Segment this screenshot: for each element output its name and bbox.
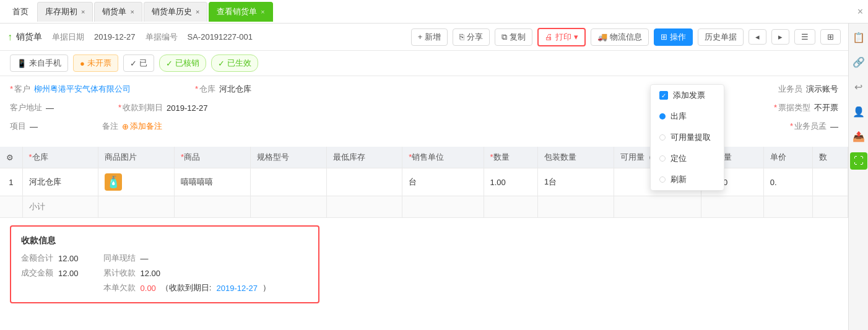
main-container: ↑ 销货单 单据日期 2019-12-27 单据编号 SA-20191227-0… (0, 24, 868, 330)
outbound-radio (659, 113, 666, 119)
cumulative-value: 12.00 (141, 269, 161, 278)
tab-home[interactable]: 首页 (5, 2, 36, 22)
sidebar-icon-2[interactable]: 🔗 (850, 53, 867, 71)
dropdown-outbound[interactable]: 出库 (651, 106, 724, 127)
from-phone-button[interactable]: 📱 来自手机 (10, 54, 68, 72)
dropdown-add-invoice[interactable]: ✓ 添加发票 (651, 85, 724, 106)
logistics-button[interactable]: 🚚 物流信息 (591, 28, 649, 46)
total-value: 12.00 (58, 254, 79, 263)
overdue-date: 2019-12-27 (216, 284, 258, 293)
effective-button[interactable]: ✓ 已生效 (211, 54, 258, 72)
tab-history-close[interactable]: × (196, 8, 199, 15)
transaction-value: 12.00 (58, 269, 79, 278)
add-remark-button[interactable]: ⊕ 添加备注 (122, 121, 162, 132)
operations-icon: ⊞ (661, 32, 667, 41)
row-amount (812, 168, 848, 196)
transaction-row: 成交金额 12.00 (21, 267, 79, 279)
subtotal-min-stock (326, 196, 402, 218)
dropdown-available[interactable]: 可用量提取 (651, 127, 724, 148)
subtotal-label (0, 196, 22, 218)
tab-inventory-init[interactable]: 库存期初 × (37, 2, 93, 22)
col-min-stock: 最低库存 (326, 147, 402, 168)
payment-date-value: 2019-12-27 (167, 103, 208, 113)
print-dropdown-icon: ▾ (574, 32, 578, 41)
copy-button[interactable]: ⧉ 复制 (495, 28, 532, 46)
sidebar-icon-3[interactable]: ↩ (850, 78, 867, 95)
share-label: 分享 (467, 32, 483, 43)
effective-icon: ✓ (218, 59, 225, 68)
address-value: — (46, 103, 54, 113)
doc-title: ↑ 销货单 (7, 32, 42, 43)
settings-icon[interactable]: ⚙ (6, 153, 14, 162)
tab-inventory-label: 库存期初 (45, 6, 77, 17)
tab-sales-order[interactable]: 销货单 × (94, 2, 142, 22)
from-phone-label: 来自手机 (29, 58, 61, 69)
operations-button[interactable]: ⊞ 操作 (654, 28, 693, 46)
tab-sales-close[interactable]: × (130, 8, 134, 15)
logistics-label: 物流信息 (610, 32, 642, 43)
warehouse-value: 河北仓库 (219, 84, 251, 95)
available-label: 可用量提取 (671, 132, 711, 143)
print-button[interactable]: 🖨 打印 ▾ (537, 28, 586, 46)
cancelled-button[interactable]: ✓ 已核销 (159, 54, 206, 72)
product-thumb-icon: 🧴 (106, 175, 120, 189)
payment-date-field: 收款到期日 2019-12-27 (118, 102, 208, 113)
next-button[interactable]: ▸ (771, 29, 789, 45)
doc-meta: 单据日期 2019-12-27 单据编号 SA-20191227-001 (52, 32, 253, 43)
overdue-end: ） (263, 282, 271, 293)
share-icon: ⎘ (459, 32, 464, 41)
total-label: 金额合计 (21, 253, 53, 264)
window-close-button[interactable]: × (857, 6, 863, 17)
biz-staff-value: — (830, 122, 838, 131)
date-label: 单据日期 (52, 32, 84, 43)
dropdown-locate[interactable]: 定位 (651, 148, 724, 169)
product-thumbnail: 🧴 (105, 173, 122, 191)
doc-actions: + 新增 ⎘ 分享 ⧉ 复制 🖨 打印 ▾ 🚚 (411, 28, 841, 46)
add-remark-label: 添加备注 (130, 121, 162, 132)
col-pkg-qty: 包装数量 (538, 147, 614, 168)
subtotal-avail (614, 196, 701, 218)
tab-view-sales[interactable]: 查看销货单 × (209, 2, 272, 22)
dropdown-refresh[interactable]: 刷新 (651, 169, 724, 190)
locate-radio (659, 155, 666, 162)
row-spec (250, 168, 326, 196)
content-area: ↑ 销货单 单据日期 2019-12-27 单据编号 SA-20191227-0… (0, 24, 848, 330)
row-price: 0. (763, 168, 812, 196)
subtotal-row: 小计 (0, 196, 848, 218)
toolbar: 📱 来自手机 ● 未开票 ✓ 已 ✓ 已核销 ✓ 已生效 (0, 51, 848, 76)
sidebar-icon-1[interactable]: 📋 (850, 28, 867, 46)
prev-button[interactable]: ◂ (749, 29, 766, 45)
col-amount: 数 (812, 147, 848, 168)
sidebar-icon-4[interactable]: 👤 (850, 103, 867, 120)
print-icon: 🖨 (545, 32, 553, 41)
customer-value[interactable]: 柳州粤港平安气体有限公司 (34, 84, 131, 95)
project-value: — (30, 122, 38, 131)
subtotal-product (175, 196, 251, 218)
tab-home-label: 首页 (12, 6, 28, 17)
tab-sales-history[interactable]: 销货单历史 × (144, 2, 207, 22)
new-button[interactable]: + 新增 (411, 28, 448, 46)
tab-view-close[interactable]: × (261, 8, 264, 15)
payment-col-right: 同单现结 — 累计收款 12.00 本单欠款 0.00 （收款到期日: 2019… (103, 253, 271, 293)
sales-order-icon: ↑ (7, 32, 12, 43)
phone-icon: 📱 (17, 59, 27, 68)
tab-inventory-close[interactable]: × (81, 8, 85, 15)
available-radio (659, 134, 666, 141)
view-btn2[interactable]: ⊞ (820, 29, 841, 45)
overdue-value: 0.00 (141, 284, 156, 293)
not-open-button[interactable]: ● 未开票 (73, 54, 118, 72)
col-unit: *销售单位 (402, 147, 484, 168)
overdue-row: 本单欠款 0.00 （收款到期日: 2019-12-27 ） (103, 282, 271, 293)
share-button[interactable]: ⎘ 分享 (453, 28, 490, 46)
project-field: 项目 — (10, 121, 38, 132)
doc-header: ↑ 销货单 单据日期 2019-12-27 单据编号 SA-20191227-0… (0, 24, 848, 51)
refresh-label: 刷新 (671, 174, 687, 185)
view-btn1[interactable]: ☰ (794, 29, 815, 45)
tab-sales-label: 销货单 (102, 6, 126, 17)
sidebar-icon-expand[interactable]: ⛶ (850, 152, 867, 170)
sidebar-icon-5[interactable]: 📤 (850, 128, 867, 145)
check-button[interactable]: ✓ 已 (123, 54, 154, 72)
check-label: 已 (139, 58, 147, 69)
col-product: *商品 (175, 147, 251, 168)
history-button[interactable]: 历史单据 (698, 28, 744, 46)
